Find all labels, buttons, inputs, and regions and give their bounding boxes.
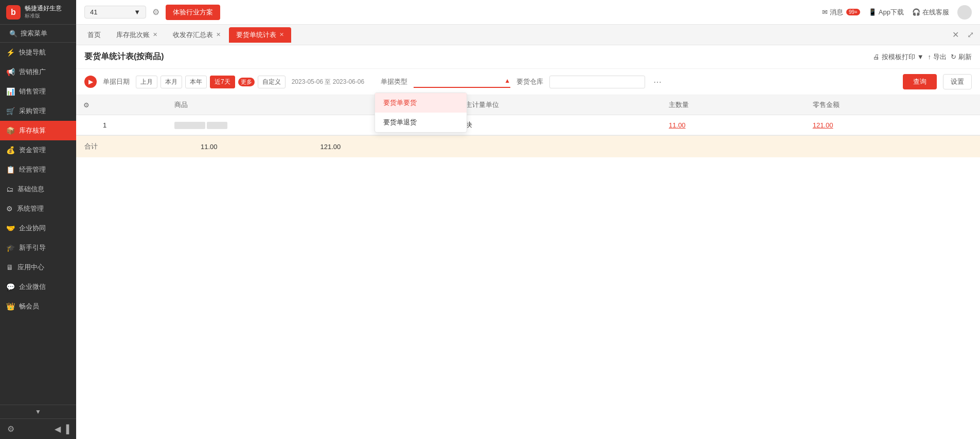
sidebar-item-企业协同[interactable]: 🤝企业协同 bbox=[0, 218, 76, 238]
app-name: 畅捷通好生意 bbox=[25, 5, 62, 13]
collapse-icon[interactable]: ◀ ▐ bbox=[55, 424, 69, 434]
settings-icon[interactable]: ⚙ bbox=[7, 424, 14, 434]
warehouse-filter-label: 要货仓库 bbox=[516, 77, 543, 86]
tab-收发存汇总表[interactable]: 收发存汇总表✕ bbox=[166, 27, 228, 43]
export-btn[interactable]: ↑ 导出 bbox=[928, 52, 947, 62]
sidebar-item-营销推广[interactable]: 📢营销推广 bbox=[0, 62, 76, 82]
tab-close-3[interactable]: ✕ bbox=[279, 31, 284, 38]
sidebar-icon-9: 🤝 bbox=[6, 224, 15, 232]
sidebar-item-新手引导[interactable]: 🎓新手引导 bbox=[0, 238, 76, 258]
sidebar-item-销售管理[interactable]: 📊销售管理 bbox=[0, 82, 76, 101]
company-selector[interactable]: 41 ▼ bbox=[84, 6, 146, 19]
type-dropdown: 要货单要货要货单退货 bbox=[375, 93, 467, 133]
sidebar-item-畅会员[interactable]: 👑畅会员 bbox=[0, 297, 76, 316]
date-btn-prev-month[interactable]: 上月 bbox=[136, 76, 157, 88]
sidebar-icon-2: 📊 bbox=[6, 87, 15, 96]
sidebar-item-应用中心[interactable]: 🖥应用中心 bbox=[0, 258, 76, 277]
export-icon: ↑ bbox=[928, 53, 932, 61]
tab-要货单统计表[interactable]: 要货单统计表✕ bbox=[229, 27, 291, 43]
sidebar-item-采购管理[interactable]: 🛒采购管理 bbox=[0, 101, 76, 121]
page-title: 要货单统计表(按商品) bbox=[84, 51, 164, 62]
sidebar-label-5: 资金管理 bbox=[19, 145, 46, 155]
date-btn-7days[interactable]: 近7天 bbox=[210, 76, 235, 88]
sidebar-label-3: 采购管理 bbox=[19, 106, 46, 116]
type-filter-wrapper: ▲ bbox=[414, 76, 510, 88]
tab-close-1[interactable]: ✕ bbox=[153, 31, 157, 38]
date-btn-this-year[interactable]: 本年 bbox=[185, 76, 207, 88]
dropdown-option-0[interactable]: 要货单要货 bbox=[375, 93, 467, 113]
table-row: 1 块 11.00 121.00 bbox=[76, 115, 980, 135]
tab-label-2: 收发存汇总表 bbox=[173, 30, 213, 40]
app-download-btn[interactable]: 📱 App下载 bbox=[868, 8, 904, 17]
page-content: 要货单统计表(按商品) 🖨 按模板打印 ▼ ↑ 导出 ↻ 刷新 bbox=[76, 45, 980, 439]
footer-amount: 121.00 bbox=[320, 143, 341, 151]
sidebar-item-企业微信[interactable]: 💬企业微信 bbox=[0, 277, 76, 297]
footer-qty: 11.00 bbox=[201, 143, 218, 151]
trial-btn[interactable]: 体验行业方案 bbox=[166, 5, 220, 20]
cell-amount-0[interactable]: 121.00 bbox=[807, 115, 980, 135]
topbar-right: ✉ 消息 99+ 📱 App下载 🎧 在线客服 bbox=[822, 5, 972, 20]
user-avatar[interactable] bbox=[957, 5, 972, 20]
cell-qty-0[interactable]: 11.00 bbox=[663, 115, 807, 135]
type-chevron-icon[interactable]: ▲ bbox=[504, 77, 510, 84]
sidebar-item-经营管理[interactable]: 📋经营管理 bbox=[0, 160, 76, 179]
tab-close-2[interactable]: ✕ bbox=[216, 31, 221, 38]
sidebar-item-快捷导航[interactable]: ⚡快捷导航 bbox=[0, 43, 76, 62]
search-menu[interactable]: 🔍 搜索菜单 bbox=[0, 25, 76, 43]
logo-area: b 畅捷通好生意 标准版 bbox=[0, 0, 76, 25]
chevron-down-icon: ▼ bbox=[35, 408, 41, 415]
sidebar-icon-13: 👑 bbox=[6, 302, 15, 310]
type-filter-input[interactable] bbox=[414, 76, 504, 86]
type-filter-label: 单据类型 bbox=[381, 77, 407, 86]
col-no bbox=[97, 95, 168, 115]
expand-icon: ▶ bbox=[88, 78, 93, 85]
footer-label: 合计 bbox=[84, 142, 98, 151]
tab-label-3: 要货单统计表 bbox=[236, 30, 276, 40]
col-amount: 零售金额 bbox=[807, 95, 980, 115]
cell-unit-0: 块 bbox=[459, 115, 663, 135]
print-btn[interactable]: 🖨 按模板打印 ▼ bbox=[873, 52, 924, 62]
date-filter-group: 上月 本月 本年 近7天 更多 自定义 bbox=[136, 76, 286, 88]
sidebar-scroll-down[interactable]: ▼ bbox=[0, 405, 76, 418]
sidebar-item-基础信息[interactable]: 🗂基础信息 bbox=[0, 179, 76, 199]
col-qty: 主数量 bbox=[663, 95, 807, 115]
sidebar-icon-1: 📢 bbox=[6, 68, 15, 76]
page-actions: 🖨 按模板打印 ▼ ↑ 导出 ↻ 刷新 bbox=[873, 52, 972, 62]
topbar-settings-icon[interactable]: ⚙ bbox=[152, 7, 159, 17]
expand-tab-icon[interactable]: ⤢ bbox=[965, 28, 976, 42]
refresh-btn[interactable]: ↻ 刷新 bbox=[951, 52, 972, 62]
filter-setting-btn[interactable]: 设置 bbox=[943, 74, 972, 89]
sidebar-label-1: 营销推广 bbox=[19, 67, 46, 77]
dropdown-option-1[interactable]: 要货单退货 bbox=[375, 113, 467, 132]
date-btn-custom[interactable]: 自定义 bbox=[258, 76, 286, 88]
online-support-label: 在线客服 bbox=[922, 8, 949, 17]
query-btn[interactable]: 查询 bbox=[903, 74, 937, 89]
headset-icon: 🎧 bbox=[912, 8, 920, 16]
table-wrapper: ⚙ 商品 主计量单位 主数量 零售金额 1 块 11.00 121.00 bbox=[76, 95, 980, 135]
message-icon: ✉ bbox=[822, 8, 828, 16]
filter-expand-btn[interactable]: ▶ bbox=[84, 76, 97, 88]
filter-more-icon[interactable]: ⋯ bbox=[653, 77, 662, 87]
messages-btn[interactable]: ✉ 消息 99+ bbox=[822, 8, 860, 17]
app-download-label: App下载 bbox=[879, 8, 904, 17]
sidebar-item-资金管理[interactable]: 💰资金管理 bbox=[0, 140, 76, 160]
search-menu-label: 搜索菜单 bbox=[21, 29, 47, 38]
sidebar-label-7: 基础信息 bbox=[17, 185, 44, 194]
tab-首页[interactable]: 首页 bbox=[80, 27, 108, 43]
table-footer: 合计 11.00 121.00 bbox=[76, 135, 980, 157]
warehouse-filter-input[interactable] bbox=[549, 76, 645, 88]
close-tab-icon[interactable]: ✕ bbox=[950, 28, 961, 42]
sidebar-item-系统管理[interactable]: ⚙系统管理 bbox=[0, 199, 76, 218]
col-gear[interactable]: ⚙ bbox=[76, 95, 97, 115]
sidebar-label-10: 新手引导 bbox=[19, 243, 46, 252]
sidebar-item-库存核算[interactable]: 📦库存核算 bbox=[0, 121, 76, 140]
online-support-btn[interactable]: 🎧 在线客服 bbox=[912, 8, 949, 17]
export-label: 导出 bbox=[933, 52, 947, 62]
sidebar-icon-10: 🎓 bbox=[6, 244, 15, 252]
date-btn-this-month[interactable]: 本月 bbox=[161, 76, 182, 88]
tabs-bar: 首页库存批次账✕收发存汇总表✕要货单统计表✕ ✕ ⤢ bbox=[76, 25, 980, 45]
date-filter-label: 单据日期 bbox=[103, 77, 130, 86]
sidebar-nav: ⚡快捷导航📢营销推广📊销售管理🛒采购管理📦库存核算💰资金管理📋经营管理🗂基础信息… bbox=[0, 43, 76, 405]
tab-label-0: 首页 bbox=[87, 30, 101, 40]
tab-库存批次账[interactable]: 库存批次账✕ bbox=[109, 27, 165, 43]
